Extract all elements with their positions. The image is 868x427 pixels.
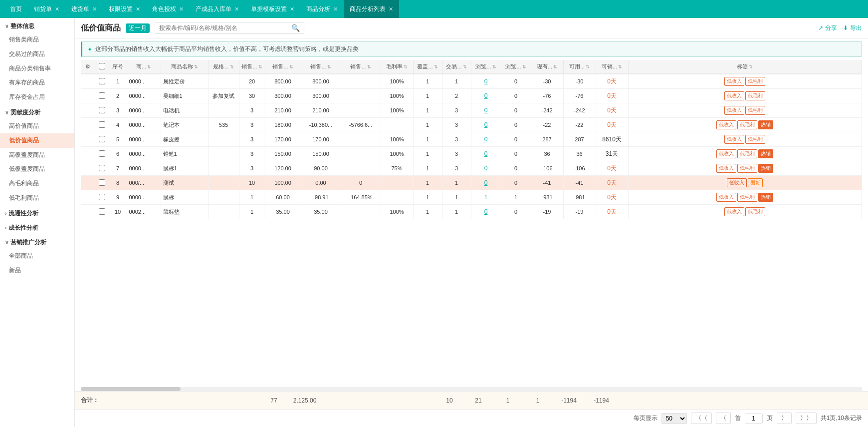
- sidebar-item-stocked-products[interactable]: 有库存的商品: [0, 75, 74, 90]
- row-check[interactable]: [95, 132, 109, 147]
- row-checkbox[interactable]: [99, 208, 105, 215]
- col-name[interactable]: 商品名称⇅: [161, 60, 208, 74]
- sidebar-item-all-products[interactable]: 全部商品: [0, 249, 74, 263]
- sidebar-group-growth[interactable]: › 成长性分析: [0, 220, 74, 234]
- sidebar-item-high-profit[interactable]: 高毛利商品: [0, 176, 74, 191]
- row-check[interactable]: [95, 190, 109, 205]
- col-stock1[interactable]: 现有...⇅: [531, 60, 563, 74]
- row-checkbox[interactable]: [99, 121, 105, 128]
- sidebar-group-marketing[interactable]: ∨ 营销推广分析: [0, 234, 74, 249]
- sidebar-item-high-value[interactable]: 高价值商品: [0, 119, 74, 133]
- row-browse1[interactable]: 0: [471, 132, 501, 147]
- search-box[interactable]: 🔍: [155, 22, 304, 34]
- col-browse2[interactable]: 浏览...⇅: [501, 60, 531, 74]
- sidebar-item-low-value[interactable]: 低价值商品: [0, 133, 74, 148]
- row-checkbox[interactable]: [99, 179, 105, 186]
- row-check[interactable]: [95, 176, 109, 190]
- row-check[interactable]: [95, 205, 109, 219]
- col-avail[interactable]: 可用...⇅: [563, 60, 596, 74]
- nav-sales-order[interactable]: 销货单 ✕: [28, 0, 65, 18]
- col-trade[interactable]: 交易...⇅: [442, 60, 471, 74]
- col-qty[interactable]: 销售...⇅: [239, 60, 265, 74]
- nav-template-settings[interactable]: 单据模板设置 ✕: [245, 0, 300, 18]
- col-browse1[interactable]: 浏览...⇅: [471, 60, 501, 74]
- first-page-button[interactable]: 〈〈: [691, 413, 712, 424]
- row-browse1[interactable]: 0: [471, 89, 501, 103]
- row-checkbox[interactable]: [99, 107, 105, 113]
- row-browse1[interactable]: 0: [471, 103, 501, 118]
- nav-permission-settings[interactable]: 权限设置 ✕: [103, 0, 146, 18]
- sidebar-item-stock-fund[interactable]: 库存资金占用: [0, 90, 74, 104]
- col-tags[interactable]: 标签⇅: [628, 60, 862, 74]
- row-check[interactable]: [95, 147, 109, 161]
- row-check[interactable]: [95, 74, 109, 89]
- prev-page-button[interactable]: 〈: [716, 413, 731, 424]
- row-gross-rate: 100%: [381, 132, 413, 147]
- nav-home[interactable]: 首页: [4, 0, 28, 18]
- sidebar-group-overall[interactable]: ∨ 整体信息: [0, 18, 74, 32]
- nav-product-analysis[interactable]: 商品分析 ✕: [300, 0, 344, 18]
- row-browse1[interactable]: 0: [471, 147, 501, 161]
- col-check-all[interactable]: [95, 60, 109, 74]
- sidebar-item-high-coverage[interactable]: 高覆盖度商品: [0, 148, 74, 162]
- close-icon[interactable]: ✕: [136, 6, 140, 12]
- sidebar-group-contribution[interactable]: ∨ 贡献度分析: [0, 104, 74, 119]
- search-input[interactable]: [159, 24, 288, 31]
- nav-product-analysis-list[interactable]: 商品分析列表 ✕: [344, 0, 399, 18]
- col-code[interactable]: 商...⇅: [127, 60, 161, 74]
- sidebar-item-category-sales-rate[interactable]: 商品分类销售率: [0, 61, 74, 76]
- col-sellable[interactable]: 可销...⇅: [596, 60, 628, 74]
- col-amt2[interactable]: 销售...⇅: [301, 60, 341, 74]
- close-icon[interactable]: ✕: [290, 6, 294, 12]
- row-amt1: 120.00: [265, 161, 301, 176]
- row-browse1[interactable]: 0: [471, 161, 501, 176]
- row-browse1[interactable]: 0: [471, 205, 501, 219]
- select-all-checkbox[interactable]: [99, 63, 105, 69]
- nav-purchase-order[interactable]: 进货单 ✕: [65, 0, 103, 18]
- close-icon[interactable]: ✕: [333, 6, 338, 12]
- period-tag[interactable]: 近一月: [126, 23, 150, 33]
- share-button[interactable]: ↗ 分享: [818, 24, 837, 32]
- row-check[interactable]: [95, 161, 109, 176]
- sidebar-item-low-coverage[interactable]: 低覆盖度商品: [0, 162, 74, 176]
- sidebar-item-sales-products[interactable]: 销售类商品: [0, 32, 74, 47]
- close-icon[interactable]: ✕: [389, 6, 393, 12]
- close-icon[interactable]: ✕: [55, 6, 59, 12]
- last-page-button[interactable]: 〉〉: [796, 413, 817, 424]
- close-icon[interactable]: ✕: [234, 6, 239, 12]
- sidebar-item-low-profit[interactable]: 低毛利商品: [0, 191, 74, 205]
- sidebar-item-new-products[interactable]: 新品: [0, 263, 74, 278]
- nav-product-inbound[interactable]: 产成品入库单 ✕: [190, 0, 245, 18]
- row-checkbox[interactable]: [99, 136, 105, 142]
- next-page-button[interactable]: 〉: [777, 413, 792, 424]
- row-checkbox[interactable]: [99, 194, 105, 200]
- sidebar-group-circulation[interactable]: › 流通性分析: [0, 205, 74, 220]
- search-icon[interactable]: 🔍: [291, 24, 300, 32]
- row-check[interactable]: [95, 89, 109, 103]
- col-spec[interactable]: 规格...⇅: [208, 60, 239, 74]
- row-checkbox[interactable]: [99, 165, 105, 171]
- col-gear[interactable]: ⚙: [81, 60, 95, 74]
- row-browse1[interactable]: 0: [471, 118, 501, 132]
- row-checkbox[interactable]: [99, 78, 105, 84]
- row-browse1[interactable]: 1: [471, 190, 501, 205]
- col-amt3[interactable]: 销售...⇅: [341, 60, 381, 74]
- row-checkbox[interactable]: [99, 92, 105, 99]
- row-check[interactable]: [95, 103, 109, 118]
- horizontal-scrollbar[interactable]: [81, 387, 862, 391]
- page-size-select[interactable]: 50 100 200: [661, 413, 687, 424]
- nav-role-auth[interactable]: 角色授权 ✕: [146, 0, 190, 18]
- row-browse1[interactable]: 0: [471, 74, 501, 89]
- close-icon[interactable]: ✕: [179, 6, 184, 12]
- col-gross-rate[interactable]: 毛利率⇅: [381, 60, 413, 74]
- export-button[interactable]: ⬇ 导出: [843, 24, 862, 32]
- col-amt1[interactable]: 销售...⇅: [265, 60, 301, 74]
- row-checkbox[interactable]: [99, 150, 105, 157]
- scrollbar-thumb[interactable]: [81, 387, 181, 391]
- row-browse1[interactable]: 0: [471, 176, 501, 190]
- page-number-input[interactable]: [745, 414, 763, 424]
- col-cover[interactable]: 覆盖...⇅: [413, 60, 442, 74]
- sidebar-item-traded-products[interactable]: 交易过的商品: [0, 47, 74, 61]
- close-icon[interactable]: ✕: [92, 6, 97, 12]
- row-check[interactable]: [95, 118, 109, 132]
